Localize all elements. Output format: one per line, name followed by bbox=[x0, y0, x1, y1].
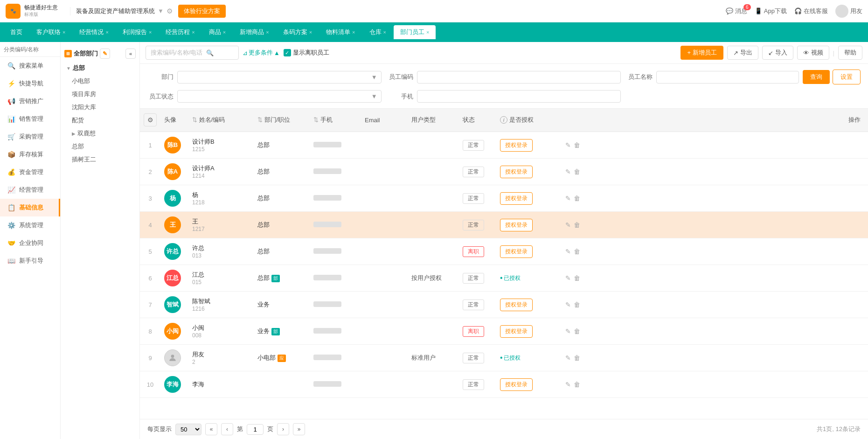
tab-warehouse[interactable]: 仓库 × bbox=[363, 25, 393, 39]
tab-profit[interactable]: 利润报告 × bbox=[116, 25, 158, 39]
delete-icon[interactable]: 🗑 bbox=[574, 301, 580, 308]
sidebar-item-enterprise[interactable]: 🤝 企业协同 bbox=[0, 234, 60, 252]
show-resigned-checkbox[interactable]: ✓ 显示离职员工 bbox=[284, 49, 329, 57]
edit-icon[interactable]: ✎ bbox=[565, 301, 571, 308]
auth-btn[interactable]: 授权登录 bbox=[500, 378, 533, 391]
close-icon[interactable]: × bbox=[105, 29, 108, 35]
tab-operation-status[interactable]: 经营情况 × bbox=[73, 25, 115, 39]
search-btn[interactable]: 查询 bbox=[803, 70, 830, 84]
sidebar-item-inventory[interactable]: 📦 库存核算 bbox=[0, 146, 60, 163]
help-btn[interactable]: 帮助 bbox=[838, 46, 862, 60]
close-icon[interactable]: × bbox=[426, 29, 429, 35]
add-employee-btn[interactable]: + 新增员工 bbox=[681, 46, 723, 60]
dropdown-arrow-icon[interactable]: ▼ bbox=[158, 7, 164, 14]
dept-select[interactable]: ▼ bbox=[177, 71, 382, 84]
close-icon[interactable]: × bbox=[383, 29, 386, 35]
th-phone[interactable]: ⇅ 手机 bbox=[310, 109, 361, 132]
sidebar-item-quick-nav[interactable]: ⚡ 快捷导航 bbox=[0, 75, 60, 92]
edit-icon[interactable]: ✎ bbox=[565, 168, 571, 175]
close-icon[interactable]: × bbox=[223, 29, 226, 35]
tree-node-small-electric[interactable]: 小电部 bbox=[61, 75, 139, 88]
tree-node-distribution[interactable]: 配货 bbox=[61, 114, 139, 127]
delete-icon[interactable]: 🗑 bbox=[574, 168, 580, 175]
tree-node-chashuwang[interactable]: 插树王二 bbox=[61, 153, 139, 166]
tab-barcode[interactable]: 条码方案 × bbox=[277, 25, 319, 39]
delete-icon[interactable]: 🗑 bbox=[574, 381, 580, 388]
th-dept[interactable]: ⇅ 部门/职位 bbox=[254, 109, 310, 132]
app-download-item[interactable]: 📱 App下载 bbox=[755, 7, 787, 15]
set-btn[interactable]: 设置 bbox=[833, 70, 861, 84]
sidebar-item-sales[interactable]: 📊 销售管理 bbox=[0, 110, 60, 128]
tab-goods[interactable]: 商品 × bbox=[202, 25, 232, 39]
edit-icon[interactable]: ✎ bbox=[565, 274, 571, 282]
tab-home[interactable]: 首页 bbox=[4, 25, 29, 39]
emp-name-input[interactable] bbox=[656, 71, 799, 84]
emp-code-input[interactable] bbox=[417, 71, 621, 84]
edit-icon[interactable]: ✎ bbox=[565, 248, 571, 255]
delete-icon[interactable]: 🗑 bbox=[574, 141, 580, 149]
tree-node-shuanglu[interactable]: ▶ 双鹿想 bbox=[61, 127, 139, 140]
auth-btn[interactable]: 授权登录 bbox=[500, 166, 533, 178]
export-btn[interactable]: ↗ 导出 bbox=[727, 46, 758, 60]
auth-btn[interactable]: 授权登录 bbox=[500, 139, 533, 152]
search-box[interactable]: 搜索编码/名称/电话 🔍 bbox=[146, 46, 239, 60]
sidebar-item-marketing[interactable]: 📢 营销推广 bbox=[0, 92, 60, 110]
close-icon[interactable]: × bbox=[309, 29, 312, 35]
delete-icon[interactable]: 🗑 bbox=[574, 328, 580, 335]
settings-icon[interactable]: ⚙ bbox=[167, 7, 173, 15]
tree-node-headquarter[interactable]: ▼ 总部 bbox=[61, 62, 139, 75]
try-btn[interactable]: 体验行业方案 bbox=[178, 5, 226, 18]
tab-history[interactable]: 经营历程 × bbox=[159, 25, 201, 39]
column-settings-icon[interactable]: ⚙ bbox=[144, 113, 157, 126]
sidebar-item-purchase[interactable]: 🛒 采购管理 bbox=[0, 128, 60, 146]
tree-collapse-btn[interactable]: « bbox=[125, 49, 136, 59]
delete-icon[interactable]: 🗑 bbox=[574, 195, 580, 202]
page-input[interactable] bbox=[247, 424, 264, 435]
edit-icon[interactable]: ✎ bbox=[565, 195, 571, 202]
tab-bom[interactable]: 物料清单 × bbox=[319, 25, 361, 39]
tab-new-goods[interactable]: 新增商品 × bbox=[233, 25, 275, 39]
online-service-item[interactable]: 🎧 在线客服 bbox=[794, 7, 828, 15]
tree-node-shenyang[interactable]: 沈阳大库 bbox=[61, 101, 139, 114]
auth-btn[interactable]: 授权登录 bbox=[500, 192, 533, 205]
sidebar-item-operation[interactable]: 📈 经营管理 bbox=[0, 181, 60, 199]
tab-customer[interactable]: 客户联络 × bbox=[30, 25, 72, 39]
delete-icon[interactable]: 🗑 bbox=[574, 221, 580, 229]
emp-status-select[interactable]: ▼ bbox=[177, 90, 382, 103]
view-btn[interactable]: 👁 视频 bbox=[797, 46, 829, 60]
auth-btn[interactable]: 授权登录 bbox=[500, 325, 533, 338]
sidebar-item-guide[interactable]: 📖 新手引导 bbox=[0, 252, 60, 270]
tree-node-project-storage[interactable]: 项目库房 bbox=[61, 88, 139, 101]
tab-employees[interactable]: 部门员工 × bbox=[394, 25, 436, 39]
sidebar-item-system[interactable]: ⚙️ 系统管理 bbox=[0, 216, 60, 234]
auth-btn[interactable]: 授权登录 bbox=[500, 299, 533, 311]
sidebar-item-basic-info[interactable]: 📋 基础信息 bbox=[0, 199, 60, 216]
close-icon[interactable]: × bbox=[192, 29, 194, 35]
last-page-btn[interactable]: » bbox=[293, 423, 305, 435]
edit-icon[interactable]: ✎ bbox=[565, 221, 571, 229]
close-icon[interactable]: × bbox=[149, 29, 152, 35]
edit-icon[interactable]: ✎ bbox=[565, 328, 571, 335]
more-conditions-btn[interactable]: ⊿ 更多条件 ▲ bbox=[243, 49, 280, 57]
delete-icon[interactable]: 🗑 bbox=[574, 248, 580, 255]
th-name[interactable]: ⇅ 姓名/编码 bbox=[188, 109, 254, 132]
first-page-btn[interactable]: « bbox=[205, 423, 217, 435]
edit-icon[interactable]: ✎ bbox=[565, 381, 571, 388]
tree-edit-btn[interactable]: ✎ bbox=[100, 49, 110, 59]
import-btn[interactable]: ↙ 导入 bbox=[762, 46, 793, 60]
delete-icon[interactable]: 🗑 bbox=[574, 274, 580, 282]
tree-node-hq[interactable]: 总部 bbox=[61, 140, 139, 153]
message-item[interactable]: 💬 6 消息 bbox=[726, 7, 747, 15]
edit-icon[interactable]: ✎ bbox=[565, 141, 571, 149]
user-item[interactable]: 用友 bbox=[835, 5, 862, 18]
sidebar-search-input[interactable] bbox=[4, 46, 61, 53]
phone-input[interactable] bbox=[417, 90, 621, 103]
close-icon[interactable]: × bbox=[266, 29, 269, 35]
close-icon[interactable]: × bbox=[62, 29, 65, 35]
sidebar-item-finance[interactable]: 💰 资金管理 bbox=[0, 163, 60, 181]
page-size-select[interactable]: 50 100 200 bbox=[175, 424, 201, 435]
next-page-btn[interactable]: › bbox=[277, 423, 289, 435]
auth-btn[interactable]: 授权登录 bbox=[500, 219, 533, 231]
sidebar-item-search[interactable]: 🔍 搜索菜单 bbox=[0, 57, 60, 75]
prev-page-btn[interactable]: ‹ bbox=[221, 423, 233, 435]
